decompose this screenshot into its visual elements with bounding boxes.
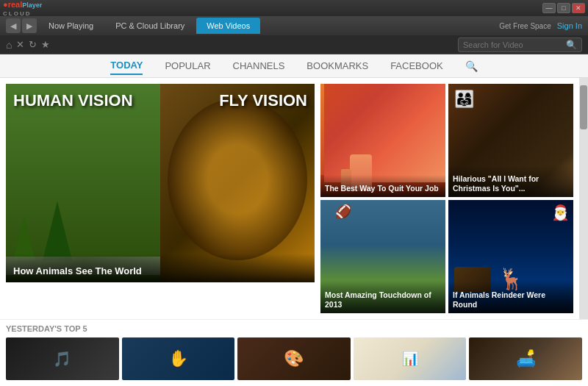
toolbar: ⌂ ✕ ↻ ★ 🔍 xyxy=(0,35,588,54)
side-video-4-label: If Animals Reindeer Were Round xyxy=(448,282,573,313)
minimize-button[interactable]: — xyxy=(542,3,556,13)
titlebar-controls: — □ ✕ xyxy=(542,3,585,13)
bookmark-icon[interactable]: ★ xyxy=(41,39,50,50)
side-video-2-label: Hilarious "All I Want for Christmas Is Y… xyxy=(448,165,573,197)
yesterday-videos: ✋ 🎨 📊 🛋️ xyxy=(6,337,582,380)
yesterday-title: YESTERDAY'S TOP 5 xyxy=(6,324,582,333)
sign-in-button[interactable]: Sign In xyxy=(557,21,582,30)
subnav-facebook[interactable]: FACEBOOK xyxy=(390,57,443,74)
scrollbar[interactable] xyxy=(579,78,588,319)
sidebar-videos: The Best Way To Quit Your Job 👨‍👩‍👧 Hila… xyxy=(315,78,579,319)
yesterday-video-4[interactable]: 📊 xyxy=(354,337,467,380)
tab-now-playing[interactable]: Now Playing xyxy=(38,18,104,34)
featured-label-human: HUMAN VISION xyxy=(13,91,133,110)
forward-button[interactable]: ▶ xyxy=(22,18,37,33)
tab-pc-cloud-library[interactable]: PC & Cloud Library xyxy=(105,18,195,34)
app-logo: ●realPlayer CLOUD xyxy=(3,0,42,17)
refresh-icon[interactable]: ↻ xyxy=(29,39,37,50)
home-button[interactable]: ⌂ xyxy=(6,39,12,51)
subnav-channels[interactable]: CHANNELS xyxy=(233,57,285,74)
nav-right: Get Free Space Sign In xyxy=(499,21,582,30)
side-video-1[interactable]: The Best Way To Quit Your Job xyxy=(320,84,445,197)
tab-web-videos[interactable]: Web Videos xyxy=(196,18,260,34)
yesterday-video-3[interactable]: 🎨 xyxy=(237,337,351,380)
featured-title: How Animals See The World xyxy=(6,254,315,282)
yesterday-video-1[interactable] xyxy=(6,337,119,380)
subnav-today[interactable]: TODAY xyxy=(110,57,143,75)
search-icon[interactable]: 🔍 xyxy=(566,40,577,50)
get-free-space-link[interactable]: Get Free Space xyxy=(499,22,551,30)
subnav-popular[interactable]: POPULAR xyxy=(165,57,210,74)
close-icon[interactable]: ✕ xyxy=(16,39,24,50)
main-content: HUMAN VISION FLY VISION How Animals See … xyxy=(0,78,588,319)
search-input[interactable] xyxy=(463,40,566,49)
nav-tabs: ◀ ▶ Now Playing PC & Cloud Library Web V… xyxy=(0,16,588,35)
back-button[interactable]: ◀ xyxy=(6,18,21,33)
subnav-bookmarks[interactable]: BOOKMARKS xyxy=(306,57,368,74)
side-video-2[interactable]: 👨‍👩‍👧 Hilarious "All I Want for Christma… xyxy=(448,84,573,197)
search-box: 🔍 xyxy=(458,37,582,52)
side-video-3-label: Most Amazing Touchdown of 2013 xyxy=(320,282,445,313)
subnav-search-icon[interactable]: 🔍 xyxy=(465,60,478,72)
side-video-4[interactable]: 🎅 If Animals Reindeer Were Round xyxy=(448,200,573,313)
yesterday-video-5[interactable]: 🛋️ xyxy=(469,337,582,380)
featured-left-half xyxy=(6,84,160,282)
featured-bg xyxy=(6,84,315,282)
maximize-button[interactable]: □ xyxy=(557,3,570,13)
subnav: TODAY POPULAR CHANNELS BOOKMARKS FACEBOO… xyxy=(0,54,588,78)
yesterday-video-2[interactable]: ✋ xyxy=(122,337,235,380)
side-video-1-label: The Best Way To Quit Your Job xyxy=(320,175,445,197)
side-video-3[interactable]: 🏈 Most Amazing Touchdown of 2013 xyxy=(320,200,445,313)
featured-video[interactable]: HUMAN VISION FLY VISION How Animals See … xyxy=(6,84,315,282)
close-button[interactable]: ✕ xyxy=(572,3,585,13)
featured-right-half xyxy=(160,84,315,282)
titlebar-left: ●realPlayer CLOUD xyxy=(3,0,42,17)
yesterday-section: YESTERDAY'S TOP 5 ✋ 🎨 📊 🛋️ xyxy=(0,319,588,386)
titlebar: ●realPlayer CLOUD — □ ✕ xyxy=(0,0,588,16)
featured-label-fly: FLY VISION xyxy=(219,91,307,110)
scrollbar-thumb[interactable] xyxy=(580,85,587,129)
